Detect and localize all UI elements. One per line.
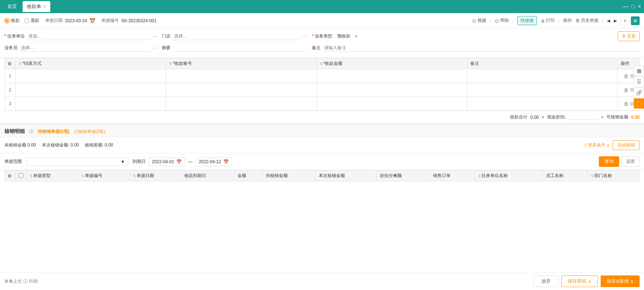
print-btn[interactable]: 🖨 打印 xyxy=(541,17,555,24)
main-table-container: ⚙ ⇅*结算方式 ⇅*收款账号 ⇅*收款金额 备注 操作 1 xyxy=(0,58,644,111)
date-to-calendar-icon[interactable]: 📅 xyxy=(223,159,229,164)
row-num-2: 2 xyxy=(5,83,16,97)
col-remark: 备注 xyxy=(467,58,617,69)
copy-icon-2[interactable]: ⧉ xyxy=(630,87,634,93)
writeoff-info-icon[interactable]: ⓘ xyxy=(29,129,34,135)
more-conditions-btn[interactable]: ▽ 更多条件 ∧ xyxy=(584,142,610,148)
summary-field: 摘要 xyxy=(162,44,307,52)
biz-type-field: * 业务类型 预收款 ▼ ⚙ 设置 xyxy=(312,31,640,41)
filter-icon: ▽ xyxy=(584,143,587,148)
date-dash: — xyxy=(188,159,192,164)
history-btn[interactable]: 🖹 历史单据 xyxy=(576,17,598,24)
help-btn[interactable]: ⊙ 帮助 xyxy=(495,17,509,24)
footer-info-icon[interactable]: ⓘ xyxy=(23,278,28,285)
bottom-col-checkbox[interactable] xyxy=(16,171,27,181)
remark-input[interactable] xyxy=(323,44,640,52)
operate-btn[interactable]: 操作 xyxy=(563,17,572,24)
view-grid-btn[interactable]: ⊞ xyxy=(631,16,640,25)
table-row: 3 🗑 ⧉ xyxy=(5,97,640,111)
tab-home[interactable]: 首页 xyxy=(3,1,21,12)
counterparty-input[interactable] xyxy=(27,32,150,40)
account-input-3[interactable] xyxy=(166,97,316,110)
counterparty-more-icon[interactable]: ··· xyxy=(153,33,157,40)
cell-settlement-2[interactable] xyxy=(16,83,166,97)
right-panel-expand-icon[interactable]: ⬚ xyxy=(634,98,644,109)
cell-remark-1[interactable] xyxy=(467,69,617,83)
cell-account-1[interactable] xyxy=(166,69,317,83)
date-from[interactable]: 2022-04-01 📅 xyxy=(149,157,185,166)
delete-icon-1[interactable]: 🗑 xyxy=(624,73,629,79)
abandon-btn[interactable]: 放弃 xyxy=(534,275,558,287)
summary-input[interactable] xyxy=(173,44,307,52)
delete-icon-2[interactable]: 🗑 xyxy=(624,87,629,93)
select-all-checkbox[interactable] xyxy=(19,173,23,178)
nav-prev-btn[interactable]: ◀ xyxy=(607,18,610,23)
cell-amount-1[interactable] xyxy=(317,69,467,83)
calendar-icon[interactable]: 📅 xyxy=(89,18,95,24)
col-gear[interactable]: ⚙ xyxy=(5,58,16,69)
save-draft-btn[interactable]: 保存草稿 ∧ xyxy=(561,275,598,287)
save-new-btn[interactable]: 保存&新增 ∧ xyxy=(601,275,640,287)
store-more-icon[interactable]: ··· xyxy=(303,33,307,40)
query-btn[interactable]: 查询 xyxy=(599,156,619,167)
auto-writeoff-btn[interactable]: 自动核销 xyxy=(613,140,640,150)
date-value[interactable]: 2023-03-24 xyxy=(65,18,87,23)
amount-input-1[interactable] xyxy=(317,69,467,83)
delete-icon-3[interactable]: 🗑 xyxy=(624,101,629,107)
copy-icon-3[interactable]: ⧉ xyxy=(630,101,634,107)
cell-account-2[interactable] xyxy=(166,83,317,97)
shortcut-btn[interactable]: 快捷键 xyxy=(517,16,537,25)
copy-icon-1[interactable]: ⧉ xyxy=(630,73,634,79)
settlement-input-1[interactable] xyxy=(16,69,166,83)
nav-next-btn[interactable]: ▶ xyxy=(614,18,617,23)
account-input-2[interactable] xyxy=(166,83,316,97)
cell-amount-3[interactable] xyxy=(317,97,467,111)
settlement-input-3[interactable] xyxy=(16,97,166,110)
view-list-btn[interactable]: ≡ xyxy=(621,16,629,25)
cell-remark-3[interactable] xyxy=(467,97,617,111)
radio-receipt[interactable]: 收款 xyxy=(4,17,20,24)
amount-input-3[interactable] xyxy=(317,97,467,110)
total-value: 0.00 xyxy=(530,115,539,120)
settlement-input-2[interactable] xyxy=(16,83,166,97)
cell-account-3[interactable] xyxy=(166,97,317,111)
video-icon: ⊙ xyxy=(472,18,476,24)
bottom-col-gear[interactable]: ⚙ xyxy=(5,171,16,181)
filter-select[interactable]: ▼ xyxy=(26,157,128,166)
amount-input-2[interactable] xyxy=(317,83,467,97)
tab-active[interactable]: 收款单 × xyxy=(23,1,50,12)
close-window-icon[interactable]: × xyxy=(638,3,641,10)
tab-close-icon[interactable]: × xyxy=(43,4,46,9)
date-from-calendar-icon[interactable]: 📅 xyxy=(176,159,182,164)
discount-input[interactable] xyxy=(569,114,598,120)
date-to[interactable]: 2022-04-12 📅 xyxy=(195,157,232,166)
right-panel-list-icon[interactable]: ☰ xyxy=(634,77,644,87)
right-panel-table-icon[interactable]: ▦ xyxy=(634,66,644,76)
remark-input-2[interactable] xyxy=(467,83,617,97)
footer-bar: 本单上欠 ⓘ 0.00 放弃 保存草稿 ∧ 保存&新增 ∧ xyxy=(0,272,644,290)
store-input[interactable] xyxy=(173,32,301,40)
remark-input-1[interactable] xyxy=(467,69,617,83)
staff-input[interactable] xyxy=(20,44,150,52)
cell-amount-2[interactable] xyxy=(317,83,467,97)
settings-btn[interactable]: ⚙ 设置 xyxy=(618,31,640,41)
right-panel-link-icon[interactable]: 🔗 xyxy=(634,87,644,98)
tab-pending[interactable]: 待核销单据(0笔) xyxy=(38,129,70,135)
maximize-icon[interactable]: □ xyxy=(631,3,635,10)
cell-settlement-3[interactable] xyxy=(16,97,166,111)
radio-refund-label: 退款 xyxy=(31,17,39,24)
minimize-icon[interactable]: — xyxy=(623,3,628,10)
setting-sm-btn[interactable]: 设置 xyxy=(621,156,640,167)
current-value: 0.00 xyxy=(70,142,79,148)
staff-more-icon[interactable]: ··· xyxy=(153,45,157,51)
radio-refund[interactable]: 退款 xyxy=(24,17,39,24)
radio-dot-receipt xyxy=(4,18,9,23)
remark-input-3[interactable] xyxy=(467,97,617,110)
account-input-1[interactable] xyxy=(166,69,316,83)
tab-label: 收款单 xyxy=(27,3,41,10)
biz-type-chevron-icon[interactable]: ▼ xyxy=(354,34,358,39)
cell-remark-2[interactable] xyxy=(467,83,617,97)
tab-done[interactable]: 已核销单据(0笔) xyxy=(74,129,106,135)
cell-settlement-1[interactable] xyxy=(16,69,166,83)
video-btn[interactable]: ⊙ 视频 xyxy=(472,17,486,24)
